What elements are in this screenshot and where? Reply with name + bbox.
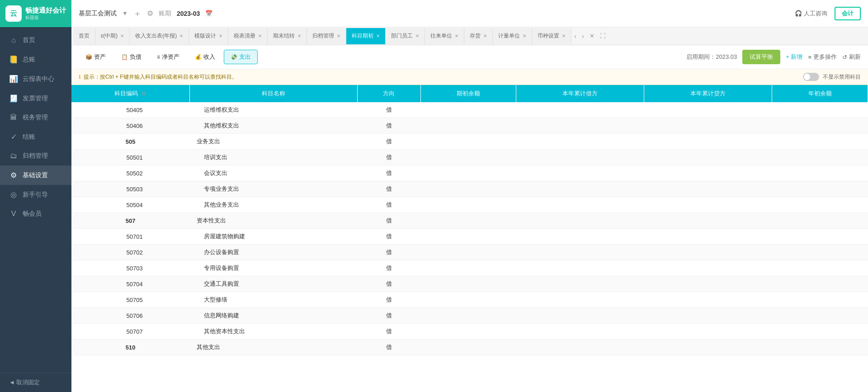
refresh-btn[interactable]: ↺ 刷新 — [842, 53, 861, 61]
tab-5[interactable]: 期末结转✕ — [268, 28, 307, 44]
tab-9[interactable]: 往来单位✕ — [425, 28, 464, 44]
table-row[interactable]: 50504 其他业务支出 借 — [71, 197, 868, 213]
cell-ytd-debit-1 — [516, 118, 644, 134]
tab-8[interactable]: 部门员工✕ — [386, 28, 425, 44]
tab-scroll-left[interactable]: ‹ — [571, 33, 579, 40]
sidebar-item-home[interactable]: ⌂首页 — [0, 31, 71, 50]
table-row[interactable]: 50707 其他资本性支出 借 — [71, 324, 868, 340]
cell-opening-13 — [420, 308, 516, 324]
sidebar-item-reports[interactable]: 📊云报表中心 — [0, 69, 71, 89]
cell-name-3: 培训支出 — [189, 150, 357, 165]
cell-year-opening-7 — [772, 213, 868, 229]
tab-close-3[interactable]: ✕ — [219, 33, 222, 38]
tab-2[interactable]: 收入支出表(年报)✕ — [130, 28, 189, 44]
sidebar-collapse-btn[interactable]: ◄ 取消固定 — [0, 373, 71, 392]
table-row[interactable]: 50501 培训支出 借 — [71, 150, 868, 165]
cell-direction-4: 借 — [357, 165, 420, 181]
tab-1[interactable]: ε(中期)✕ — [95, 28, 130, 44]
more-ops-btn[interactable]: ≡ 更多操作 — [808, 53, 837, 61]
table-row[interactable]: 50701 房屋建筑物购建 借 — [71, 229, 868, 245]
cell-opening-12 — [420, 292, 516, 308]
nav-label-vip: 畅会员 — [23, 210, 42, 218]
nav-label-invoice: 发票管理 — [23, 94, 48, 103]
table-row[interactable]: 507 资本性支出 借 — [71, 213, 868, 229]
table-row[interactable]: 50405 运维维权支出 借 — [71, 102, 868, 118]
tab-close-all-btn[interactable]: ✕ — [587, 33, 597, 39]
workspace-arrow[interactable]: ▼ — [122, 10, 128, 17]
tab-close-9[interactable]: ✕ — [455, 33, 458, 38]
hint-bar: ℹ 提示：按Ctrl + F键并输入科目编码或者科目名称可以查找科目。 不显示禁… — [71, 69, 868, 85]
tab-close-7[interactable]: ✕ — [376, 33, 380, 38]
archive-icon: 🗂 — [9, 152, 18, 160]
table-row[interactable]: 50706 信息网络购建 借 — [71, 308, 868, 324]
table-row[interactable]: 50503 专项业务支出 借 — [71, 181, 868, 197]
filter-tab-income[interactable]: 💰收入 — [188, 50, 222, 64]
cell-opening-15 — [420, 340, 516, 355]
cell-direction-10: 借 — [357, 260, 420, 276]
accounts-table: 科目编码 ⚙ 科目名称 方向 期初余额 本年累计借方 本年累计贷方 年初余额 5… — [71, 85, 868, 355]
table-header: 科目编码 ⚙ 科目名称 方向 期初余额 本年累计借方 本年累计贷方 年初余额 — [71, 85, 868, 102]
tab-maximize-btn[interactable]: ⛶ — [597, 33, 609, 39]
tab-close-10[interactable]: ✕ — [483, 33, 487, 38]
filter-tab-expense[interactable]: 💸支出 — [224, 50, 258, 64]
disable-toggle[interactable] — [803, 73, 819, 81]
cell-opening-7 — [420, 213, 516, 229]
cell-ytd-credit-6 — [644, 197, 772, 213]
tab-6[interactable]: 归档管理✕ — [307, 28, 346, 44]
calendar-icon[interactable]: 📅 — [205, 10, 212, 17]
cell-name-4: 会议支出 — [189, 165, 357, 181]
table-row[interactable]: 50703 专用设备购置 借 — [71, 260, 868, 276]
tab-11[interactable]: 计量单位✕ — [493, 28, 532, 44]
sidebar-item-vip[interactable]: V畅会员 — [0, 204, 71, 223]
cell-year-opening-13 — [772, 308, 868, 324]
calc-balance-btn[interactable]: 试算平衡 — [742, 50, 780, 64]
sidebar-item-settings[interactable]: ⚙基础设置 — [0, 165, 71, 185]
filter-tab-liability[interactable]: 📋负债 — [114, 50, 148, 64]
table-row[interactable]: 510 其他支出 借 — [71, 340, 868, 355]
filter-tab-net_asset[interactable]: ≡净资产 — [150, 50, 186, 64]
help-btn[interactable]: 🎧 人工咨询 — [795, 9, 827, 18]
user-role-btn[interactable]: 会计 — [835, 7, 861, 20]
table-row[interactable]: 50406 其他维权支出 借 — [71, 118, 868, 134]
tab-close-11[interactable]: ✕ — [523, 33, 526, 38]
table-row[interactable]: 50704 交通工具购置 借 — [71, 276, 868, 292]
sidebar-item-archive[interactable]: 🗂归档管理 — [0, 146, 71, 165]
tab-close-12[interactable]: ✕ — [562, 33, 566, 38]
tab-12[interactable]: 币种设置✕ — [532, 28, 571, 44]
table-row[interactable]: 50702 办公设备购置 借 — [71, 245, 868, 260]
tab-0[interactable]: 首页 — [73, 28, 95, 44]
add-btn[interactable]: + 新增 — [786, 53, 802, 61]
cell-direction-2: 借 — [357, 134, 420, 150]
tab-close-5[interactable]: ✕ — [297, 33, 301, 38]
tab-10[interactable]: 存货✕ — [464, 28, 493, 44]
logo-text: 畅捷通好会计 标题版 — [25, 6, 66, 21]
table-row[interactable]: 50705 大型修缮 借 — [71, 292, 868, 308]
sidebar-item-checkout[interactable]: ✓结账 — [0, 127, 71, 146]
logo-icon: 云 — [5, 5, 22, 22]
sidebar-item-tax[interactable]: 🏛税务管理 — [0, 108, 71, 127]
table-row[interactable]: 50502 会议支出 借 — [71, 165, 868, 181]
cell-ytd-credit-13 — [644, 308, 772, 324]
tab-scroll-right[interactable]: › — [579, 33, 587, 40]
sidebar-item-invoice[interactable]: 🧾发票管理 — [0, 89, 71, 108]
tab-4[interactable]: 税表清册✕ — [228, 28, 268, 44]
tab-close-4[interactable]: ✕ — [258, 33, 262, 38]
hint-toggle[interactable]: 不显示禁用科目 — [803, 73, 861, 81]
settings-icon[interactable]: ⚙ — [147, 9, 153, 18]
tab-3[interactable]: 模版设计✕ — [189, 28, 228, 44]
sidebar-item-ledger[interactable]: 📒总账 — [0, 50, 71, 69]
period-label: 账期 — [159, 9, 171, 18]
cell-ytd-credit-0 — [644, 102, 772, 118]
cell-name-5: 专项业务支出 — [189, 181, 357, 197]
table-row[interactable]: 505 业务支出 借 — [71, 134, 868, 150]
sidebar-item-guide[interactable]: ◎新手引导 — [0, 185, 71, 204]
col-settings-icon[interactable]: ⚙ — [142, 90, 146, 97]
tab-close-6[interactable]: ✕ — [337, 33, 340, 38]
tab-7[interactable]: 科目期初✕ — [346, 28, 386, 44]
tab-close-8[interactable]: ✕ — [415, 33, 419, 38]
filter-tab-asset[interactable]: 📦资产 — [79, 50, 113, 64]
add-workspace-btn[interactable]: ＋ — [133, 8, 142, 19]
tab-close-2[interactable]: ✕ — [179, 33, 183, 38]
net_asset-filter-label: 净资产 — [162, 53, 179, 61]
tab-close-1[interactable]: ✕ — [120, 33, 124, 38]
